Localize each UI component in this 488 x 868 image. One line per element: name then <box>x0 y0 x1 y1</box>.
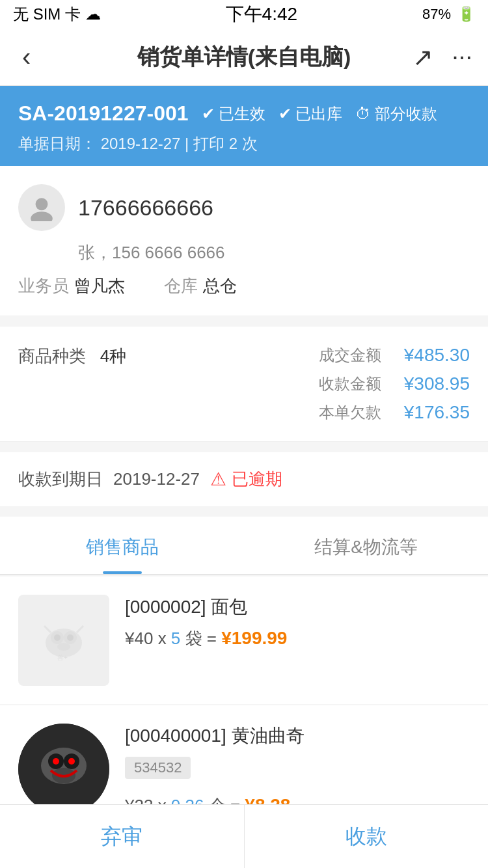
status-bar-right: 87% 🔋 <box>422 6 475 23</box>
status-bar-time: 下午4:42 <box>226 2 298 27</box>
customer-sub-info: 张，156 6666 6666 <box>18 241 470 264</box>
product-item: 兽+ [0000002] 面包 ¥40 x 5 袋 = ¥199.99 <box>0 576 488 704</box>
debt-value: ¥176.35 <box>392 402 470 423</box>
deal-amount-row: 成交金额 ¥485.30 <box>319 345 470 366</box>
tab-products-label: 销售商品 <box>86 537 159 557</box>
status-partial-label: 部分收款 <box>375 103 437 124</box>
warehouse-value: 总仓 <box>203 275 237 297</box>
battery-icon: 🔋 <box>457 6 475 23</box>
status-shipped-label: 已出库 <box>295 103 342 124</box>
status-bar: 无 SIM 卡 ☁ 下午4:42 87% 🔋 <box>0 0 488 29</box>
status-shipped: ✔ 已出库 <box>278 103 342 124</box>
order-info-row: SA-20191227-001 ✔ 已生效 ✔ 已出库 ⏱ 部分收款 <box>18 102 470 126</box>
print-info: | 打印 2 次 <box>185 135 258 152</box>
customer-section: 17666666666 张，156 6666 6666 业务员 曾凡杰 仓库 总… <box>0 166 488 316</box>
svg-point-17 <box>68 758 75 765</box>
sales-label: 业务员 <box>18 275 69 297</box>
overdue-alert-icon: ⚠ <box>210 468 226 490</box>
svg-point-5 <box>54 634 61 641</box>
page-title: 销货单详情(来自电脑) <box>137 42 351 72</box>
received-value: ¥308.95 <box>392 373 470 394</box>
back-button[interactable]: ‹ <box>16 36 37 78</box>
svg-point-7 <box>57 643 70 651</box>
due-date-value: 2019-12-27 <box>113 469 200 489</box>
product-type-info: 商品种类 4种 <box>18 345 126 368</box>
product-price-1: ¥40 <box>125 629 153 648</box>
product-image-1: 兽+ <box>38 614 90 666</box>
header-banner: SA-20191227-001 ✔ 已生效 ✔ 已出库 ⏱ 部分收款 单据日期：… <box>0 86 488 166</box>
check-icon-2: ✔ <box>278 105 291 123</box>
product-info-2: [000400001] 黄油曲奇 534532 ¥23 x 0.36 个 = ¥… <box>125 724 470 817</box>
collect-payment-button[interactable]: 收款 <box>245 805 489 868</box>
tab-settlement[interactable]: 结算&物流等 <box>244 517 488 574</box>
product-title-1: 面包 <box>211 597 247 617</box>
status-bar-left: 无 SIM 卡 ☁ <box>13 4 101 25</box>
date-value: 2019-12-27 <box>101 135 181 152</box>
tabs-row: 销售商品 结算&物流等 <box>0 517 488 574</box>
deal-amount-label: 成交金额 <box>319 345 381 366</box>
cancel-audit-label: 弃审 <box>101 822 142 851</box>
product-price-row-1: ¥40 x 5 袋 = ¥199.99 <box>125 627 470 650</box>
multiply-sign-1: x <box>158 629 171 648</box>
avatar-icon <box>28 194 55 221</box>
debt-label: 本单欠款 <box>319 402 381 423</box>
deal-amount-value: ¥485.30 <box>392 345 470 366</box>
warehouse: 仓库 总仓 <box>164 275 237 297</box>
product-image-2 <box>18 724 109 815</box>
product-name-1: [0000002] 面包 <box>125 595 470 619</box>
signal-text: 无 SIM 卡 ☁ <box>13 4 101 25</box>
type-value: 4种 <box>100 346 126 366</box>
customer-avatar <box>18 184 65 231</box>
customer-meta: 业务员 曾凡杰 仓库 总仓 <box>18 275 470 297</box>
bottom-toolbar: 弃审 收款 <box>0 804 488 868</box>
tabs-section: 销售商品 结算&物流等 <box>0 517 488 575</box>
product-total-1: ¥199.99 <box>221 628 287 648</box>
received-amount-row: 收款金额 ¥308.95 <box>319 373 470 394</box>
nav-actions: ↗ ··· <box>413 43 472 72</box>
svg-line-8 <box>44 626 51 632</box>
clock-icon: ⏱ <box>355 105 371 123</box>
battery-text: 87% <box>422 6 451 23</box>
order-date-info: 单据日期： 2019-12-27 | 打印 2 次 <box>18 133 470 154</box>
collect-payment-label: 收款 <box>346 822 387 851</box>
check-icon-1: ✔ <box>202 105 215 123</box>
overdue-label: 已逾期 <box>232 468 282 491</box>
more-button[interactable]: ··· <box>452 43 472 71</box>
nav-bar: ‹ 销货单详情(来自电脑) ↗ ··· <box>0 29 488 86</box>
product-tag-2: 534532 <box>125 757 191 779</box>
product-info-1: [0000002] 面包 ¥40 x 5 袋 = ¥199.99 <box>125 595 470 650</box>
product-thumb-2 <box>18 724 109 815</box>
status-partial: ⏱ 部分收款 <box>355 103 437 124</box>
tab-products[interactable]: 销售商品 <box>0 517 244 574</box>
summary-section: 商品种类 4种 成交金额 ¥485.30 收款金额 ¥308.95 本单欠款 ¥… <box>0 327 488 442</box>
amount-info: 成交金额 ¥485.30 收款金额 ¥308.95 本单欠款 ¥176.35 <box>319 345 470 423</box>
cancel-audit-button[interactable]: 弃审 <box>0 805 245 868</box>
svg-point-16 <box>53 758 59 765</box>
status-effective: ✔ 已生效 <box>202 103 265 124</box>
tab-settlement-label: 结算&物流等 <box>314 537 418 557</box>
sales-value: 曾凡杰 <box>74 275 125 297</box>
svg-point-1 <box>31 211 53 221</box>
received-label: 收款金额 <box>319 373 381 394</box>
svg-line-9 <box>77 626 83 632</box>
due-date-label: 收款到期日 <box>18 468 103 491</box>
svg-point-0 <box>36 198 48 210</box>
product-qty-1: 5 <box>171 629 180 648</box>
product-unit-1: 袋 <box>185 629 202 648</box>
warehouse-label: 仓库 <box>164 275 198 297</box>
product-name-2: [000400001] 黄油曲奇 <box>125 724 470 748</box>
equals-sign-1: = <box>207 629 221 648</box>
svg-text:兽+: 兽+ <box>57 654 68 661</box>
due-date-section: 收款到期日 2019-12-27 ⚠ 已逾期 <box>0 452 488 506</box>
type-label: 商品种类 <box>18 346 86 366</box>
date-label: 单据日期： <box>18 135 96 152</box>
product-code-2: [000400001] <box>125 726 226 746</box>
product-title-2: 黄油曲奇 <box>232 726 305 746</box>
debt-amount-row: 本单欠款 ¥176.35 <box>319 402 470 423</box>
sales-person: 业务员 曾凡杰 <box>18 275 125 297</box>
customer-phone: 17666666666 <box>78 195 213 221</box>
order-number: SA-20191227-001 <box>18 102 189 126</box>
product-code-1: [0000002] <box>125 597 206 617</box>
share-button[interactable]: ↗ <box>413 43 433 72</box>
customer-row: 17666666666 <box>18 184 470 231</box>
